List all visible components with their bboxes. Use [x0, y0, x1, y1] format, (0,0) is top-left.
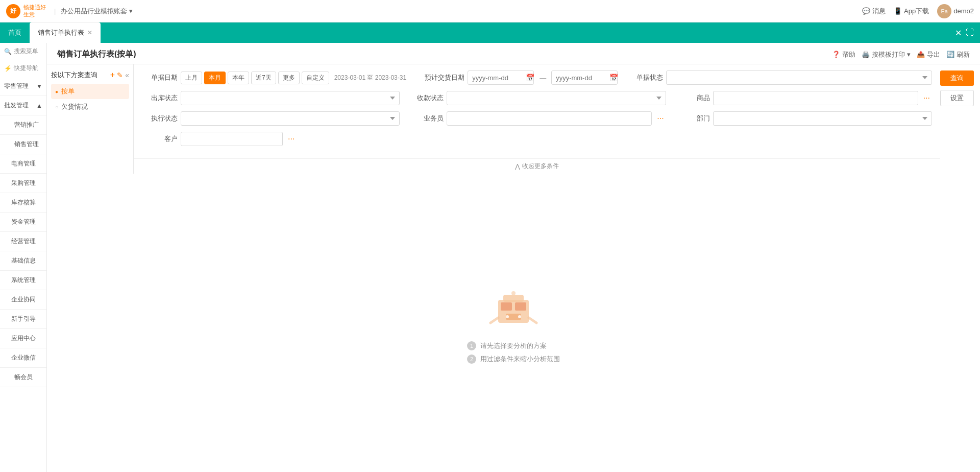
print-label: 按模板打印	[872, 50, 905, 59]
sidebar-item-operations[interactable]: 经营管理	[0, 232, 46, 251]
export-label: 导出	[927, 50, 940, 59]
status-select[interactable]	[666, 70, 932, 85]
sidebar-item-wholesale[interactable]: 批发管理 ▲	[0, 96, 46, 115]
page-header-actions: ❓ 帮助 🖨️ 按模板打印 ▾ 📤 导出 🔄 刷新	[832, 50, 970, 59]
calendar-to-icon[interactable]: 📅	[609, 74, 618, 82]
expected-date-from[interactable]	[468, 70, 534, 85]
dept-label: 部门	[674, 114, 710, 123]
date-btn-custom[interactable]: 自定义	[302, 72, 329, 84]
tab-bar-right: ✕ ⛶	[955, 28, 980, 38]
scheme-inactive-icon: ○	[55, 104, 58, 110]
sidebar-item-inventory[interactable]: 库存核算	[0, 193, 46, 213]
sidebar-item-finance[interactable]: 资金管理	[0, 213, 46, 232]
svg-rect-2	[515, 302, 526, 311]
product-more-icon[interactable]: ···	[921, 93, 932, 103]
sidebar-search[interactable]: 🔍 搜索菜单	[0, 43, 46, 60]
sidebar-purchase-label: 采购管理	[11, 179, 36, 186]
sidebar-item-retail[interactable]: 零售管理 ▼	[0, 77, 46, 96]
outbound-select[interactable]	[181, 91, 400, 105]
date-btn-more[interactable]: 更多	[278, 72, 300, 84]
filter-row-1: 单据日期 上月 本月 本年 近7天 更多 自定义 2023-03-01 至 20…	[142, 70, 932, 85]
date-btn-7days[interactable]: 近7天	[251, 72, 276, 84]
filter-scheme-byjob[interactable]: ● 按单	[51, 84, 129, 99]
app-icon: 📱	[894, 7, 902, 15]
page-header: 销售订单执行表(按单) ❓ 帮助 🖨️ 按模板打印 ▾ 📤 导出 🔄 刷新	[47, 43, 980, 64]
empty-tips: 1 请先选择要分析的方案 2 用过滤条件来缩小分析范围	[467, 341, 560, 364]
sidebar-retail-label: 零售管理	[4, 82, 29, 90]
message-btn[interactable]: 💬 消息	[862, 7, 886, 16]
product-input[interactable]	[713, 91, 918, 105]
help-btn[interactable]: ❓ 帮助	[832, 50, 855, 59]
logo-text: 畅捷通好生意	[23, 4, 49, 17]
sidebar-item-sales[interactable]: 销售管理	[0, 135, 46, 154]
export-icon: 📤	[917, 51, 925, 58]
tab-home[interactable]: 首页	[0, 22, 30, 43]
tab-sales-order[interactable]: 销售订单执行表 ✕	[30, 22, 101, 43]
refresh-btn[interactable]: 🔄 刷新	[946, 50, 970, 59]
sidebar-item-member[interactable]: 畅会员	[0, 368, 46, 387]
sidebar-wholesale-chevron: ▲	[36, 102, 42, 109]
query-button[interactable]: 查询	[940, 70, 974, 86]
sidebar-item-newuser[interactable]: 新手引导	[0, 310, 46, 329]
tip-text-2: 用过滤条件来缩小分析范围	[480, 355, 560, 364]
filter-scheme-shortage[interactable]: ○ 欠货情况	[51, 99, 129, 114]
print-chevron: ▾	[907, 51, 911, 58]
date-btn-this-month[interactable]: 本月	[204, 72, 226, 84]
sidebar-system-label: 系统管理	[11, 276, 36, 284]
scheme-shortage-label: 欠货情况	[61, 102, 88, 111]
sidebar-item-purchase[interactable]: 采购管理	[0, 174, 46, 193]
tab-fullscreen-icon[interactable]: ⛶	[966, 28, 974, 37]
calendar-from-icon[interactable]: 📅	[526, 74, 534, 82]
customer-group: 客户 ···	[142, 132, 297, 146]
collapse-btn[interactable]: ⋀ 收起更多条件	[134, 158, 940, 174]
svg-point-4	[506, 315, 509, 318]
setting-button[interactable]: 设置	[940, 90, 974, 106]
filter-right-actions: 查询 设置	[940, 64, 980, 174]
date-btn-last-month[interactable]: 上月	[181, 72, 202, 84]
breadcrumb-area[interactable]: 办公用品行业模拟账套 ▾	[61, 7, 133, 16]
edit-scheme-icon[interactable]: ✎	[117, 71, 123, 79]
user-name: demo2	[953, 7, 974, 15]
app-download-btn[interactable]: 📱 App下载	[894, 7, 929, 16]
execution-select[interactable]	[181, 111, 400, 126]
sidebar-item-enterprise[interactable]: 企业协同	[0, 290, 46, 310]
collapse-sidebar-icon[interactable]: «	[125, 71, 129, 79]
quick-nav-icon: ⚡	[4, 65, 12, 72]
svg-point-7	[511, 291, 516, 295]
svg-point-5	[518, 315, 521, 318]
sidebar-item-marketing[interactable]: 营销推广	[0, 115, 46, 135]
sidebar-item-appcenter[interactable]: 应用中心	[0, 329, 46, 348]
customer-more-icon[interactable]: ···	[286, 134, 297, 144]
date-range-display: 2023-03-01 至 2023-03-31	[334, 74, 406, 82]
sidebar-item-basic[interactable]: 基础信息	[0, 251, 46, 271]
empty-state: 1 请先选择要分析的方案 2 用过滤条件来缩小分析范围	[467, 282, 560, 364]
date-btn-this-year[interactable]: 本年	[228, 72, 249, 84]
date-separator: —	[540, 74, 546, 82]
salesman-more-icon[interactable]: ···	[655, 114, 666, 123]
print-btn[interactable]: 🖨️ 按模板打印 ▾	[862, 50, 911, 59]
user-avatar-btn[interactable]: Ea demo2	[937, 4, 974, 18]
svg-line-9	[529, 318, 536, 323]
scheme-byjob-label: 按单	[61, 87, 75, 96]
tab-close-icon[interactable]: ✕	[87, 29, 92, 36]
data-area: 1 请先选择要分析的方案 2 用过滤条件来缩小分析范围	[47, 174, 980, 472]
tab-close-window-icon[interactable]: ✕	[955, 28, 962, 38]
add-scheme-icon[interactable]: +	[110, 70, 115, 80]
customer-label: 客户	[142, 134, 178, 144]
sidebar-item-system[interactable]: 系统管理	[0, 271, 46, 290]
salesman-input[interactable]	[447, 111, 652, 126]
execution-group: 执行状态	[142, 111, 400, 126]
expected-date-to[interactable]	[551, 70, 618, 85]
sidebar-item-ecommerce[interactable]: 电商管理	[0, 154, 46, 174]
filter-main: 单据日期 上月 本月 本年 近7天 更多 自定义 2023-03-01 至 20…	[134, 64, 940, 158]
sidebar-item-wechat[interactable]: 企业微信	[0, 348, 46, 368]
sidebar-operations-label: 经营管理	[11, 238, 36, 245]
sidebar-quick-nav[interactable]: ⚡ 快捷导航	[0, 60, 46, 77]
dept-select[interactable]	[713, 111, 932, 126]
export-btn[interactable]: 📤 导出	[917, 50, 940, 59]
filter-sidebar: 按以下方案查询 + ✎ « ● 按单 ○ 欠货情况	[47, 64, 134, 174]
payment-select[interactable]	[447, 91, 666, 105]
customer-input[interactable]	[181, 132, 283, 146]
date-filter-group: 单据日期 上月 本月 本年 近7天 更多 自定义 2023-03-01 至 20…	[142, 72, 406, 84]
breadcrumb-chevron[interactable]: ▾	[129, 7, 133, 15]
